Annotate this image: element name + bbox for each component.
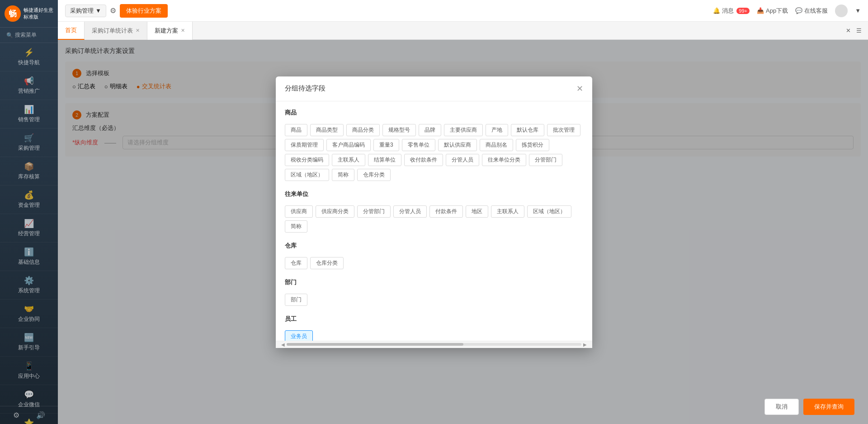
field-tag[interactable]: 默认供应商 [438, 139, 477, 151]
field-tag[interactable]: 品牌 [419, 124, 441, 136]
field-tag[interactable]: 仓库分类 [357, 169, 391, 181]
notification-item[interactable]: 🔔 消息 99+ [713, 7, 750, 15]
tab-home[interactable]: 首页 [58, 22, 85, 40]
section-employee-title: 员工 [285, 315, 583, 326]
hscroll-thumb[interactable] [287, 343, 463, 346]
quick-nav-icon: ⚡ [24, 48, 34, 57]
tab-menu-btn[interactable]: ☰ [854, 25, 863, 36]
sidebar-item-app-center[interactable]: 📱 应用中心 [0, 357, 58, 385]
base-info-icon: ℹ️ [24, 247, 34, 257]
purchase-icon: 🛒 [24, 133, 34, 143]
field-tag[interactable]: 简称 [332, 169, 354, 181]
sidebar: 畅 畅捷通好生意 标准版 🔍 搜索菜单 ⚡ 快捷导航 📢 营销推广 📊 销售管理… [0, 0, 58, 424]
field-tag[interactable]: 分管部门 [357, 205, 391, 218]
field-tag-employee[interactable]: 业务员 [285, 330, 313, 341]
field-tag[interactable]: 规格型号 [382, 124, 416, 136]
sidebar-item-inventory[interactable]: 📦 库存核算 [0, 157, 58, 186]
logo-text: 畅捷通好生意 标准版 [24, 7, 53, 21]
field-tag[interactable]: 供应商分类 [316, 205, 354, 218]
nav-tabs-controls: ✕ ☰ [844, 25, 868, 36]
cancel-button[interactable]: 取消 [764, 399, 799, 415]
modal-close-btn[interactable]: ✕ [576, 84, 583, 94]
field-tag[interactable]: 商品别名 [480, 139, 513, 151]
section-goods-title: 商品 [285, 109, 583, 119]
topbar-breadcrumb[interactable]: 采购管理 ▼ [65, 5, 106, 17]
hscroll-right-btn[interactable]: ▶ [581, 342, 589, 347]
user-dropdown-icon[interactable]: ▼ [855, 7, 861, 14]
online-service-item[interactable]: 💬 在线客服 [795, 7, 828, 15]
field-tag[interactable]: 简称 [285, 220, 307, 233]
field-tag[interactable]: 税收分类编码 [285, 154, 329, 166]
sidebar-item-new-guide[interactable]: 🆕 新手引导 [0, 328, 58, 357]
field-tag[interactable]: 收付款条件 [404, 154, 443, 166]
notification-icon: 🔔 [713, 7, 720, 14]
app-download-item[interactable]: 📥 App下载 [757, 7, 788, 15]
field-tag[interactable]: 保质期管理 [285, 139, 324, 151]
field-tag[interactable]: 默认仓库 [511, 124, 544, 136]
field-tag[interactable]: 重量3 [373, 139, 399, 151]
tab-purchase-stats[interactable]: 采购订单统计表 ✕ [85, 22, 147, 40]
search-icon: 🔍 [6, 32, 13, 38]
tab-purchase-stats-close[interactable]: ✕ [136, 28, 140, 33]
settings-bottom-btn[interactable]: ⚙ [13, 411, 19, 419]
topbar: 采购管理 ▼ ⚙ 体验行业方案 🔔 消息 99+ 📥 App下载 💬 在线客服 … [58, 0, 868, 22]
field-tag[interactable]: 区域（地区） [285, 169, 329, 181]
sidebar-item-sales[interactable]: 📊 销售管理 [0, 100, 58, 129]
tab-new-plan[interactable]: 新建方案 ✕ [147, 22, 193, 40]
tab-new-plan-close[interactable]: ✕ [181, 28, 185, 33]
section-warehouse: 仓库 仓库 仓库分类 [285, 242, 583, 269]
sidebar-search[interactable]: 🔍 搜索菜单 [0, 28, 58, 43]
field-tag[interactable]: 供应商 [285, 205, 313, 218]
field-tag[interactable]: 仓库分类 [310, 257, 344, 269]
save-button[interactable]: 保存并查询 [803, 399, 854, 415]
field-tag[interactable]: 商品类型 [310, 124, 344, 136]
tab-close-all-btn[interactable]: ✕ [844, 25, 853, 36]
section-dept-title: 部门 [285, 278, 583, 289]
sidebar-item-enterprise-coop[interactable]: 🤝 企业协同 [0, 300, 58, 328]
field-tag[interactable]: 批次管理 [547, 124, 580, 136]
sidebar-item-purchase[interactable]: 🛒 采购管理 [0, 129, 58, 157]
field-tag[interactable]: 主要供应商 [444, 124, 483, 136]
field-tag[interactable]: 分管人员 [393, 205, 427, 218]
enterprise-coop-icon: 🤝 [24, 304, 34, 314]
sidebar-item-base-info[interactable]: ℹ️ 基础信息 [0, 243, 58, 271]
field-tag[interactable]: 分管人员 [446, 154, 479, 166]
sidebar-item-marketing[interactable]: 📢 营销推广 [0, 71, 58, 100]
field-tag[interactable]: 主联系人 [332, 154, 365, 166]
user-avatar[interactable] [835, 5, 848, 17]
volume-bottom-btn[interactable]: 🔊 [36, 411, 45, 419]
sidebar-item-finance[interactable]: 💰 资金管理 [0, 186, 58, 214]
sidebar-item-system[interactable]: ⚙️ 系统管理 [0, 271, 58, 300]
field-tag[interactable]: 商品分类 [346, 124, 380, 136]
modal-header: 分组待选字段 ✕ [276, 76, 592, 101]
operations-icon: 📈 [24, 219, 34, 229]
hscroll-track[interactable] [287, 343, 581, 346]
sidebar-bottom: ⚙ 🔊 [0, 406, 58, 424]
field-tag[interactable]: 付款条件 [429, 205, 463, 218]
field-tag[interactable]: 地区 [466, 205, 488, 218]
topbar-settings-icon[interactable]: ⚙ [110, 6, 116, 15]
field-tag[interactable]: 结算单位 [368, 154, 401, 166]
section-partner-fields: 供应商 供应商分类 分管部门 分管人员 付款条件 地区 主联系人 区域（地区） … [285, 205, 583, 233]
field-tag[interactable]: 拣货积分 [516, 139, 549, 151]
field-tag[interactable]: 客户商品编码 [326, 139, 371, 151]
field-tag[interactable]: 部门 [285, 294, 307, 306]
sidebar-item-operations[interactable]: 📈 经营管理 [0, 214, 58, 243]
field-tag[interactable]: 往来单位分类 [482, 154, 526, 166]
section-warehouse-title: 仓库 [285, 242, 583, 252]
hscroll-left-btn[interactable]: ◀ [279, 342, 287, 347]
sidebar-item-quick-nav[interactable]: ⚡ 快捷导航 [0, 43, 58, 71]
field-tag[interactable]: 仓库 [285, 257, 307, 269]
experience-btn[interactable]: 体验行业方案 [120, 4, 168, 18]
finance-icon: 💰 [24, 190, 34, 200]
field-tag[interactable]: 商品 [285, 124, 307, 136]
field-tag[interactable]: 区域（地区） [527, 205, 571, 218]
service-icon: 💬 [795, 7, 802, 14]
field-tag[interactable]: 主联系人 [491, 205, 524, 218]
field-tag[interactable]: 产地 [486, 124, 508, 136]
field-tag[interactable]: 零售单位 [402, 139, 435, 151]
enterprise-wechat-icon: 💬 [24, 390, 34, 400]
modal-hscrollbar[interactable]: ◀ ▶ [276, 341, 592, 348]
field-tag[interactable]: 分管部门 [529, 154, 562, 166]
section-goods-fields: 商品 商品类型 商品分类 规格型号 品牌 主要供应商 产地 默认仓库 批次管理 … [285, 124, 583, 181]
